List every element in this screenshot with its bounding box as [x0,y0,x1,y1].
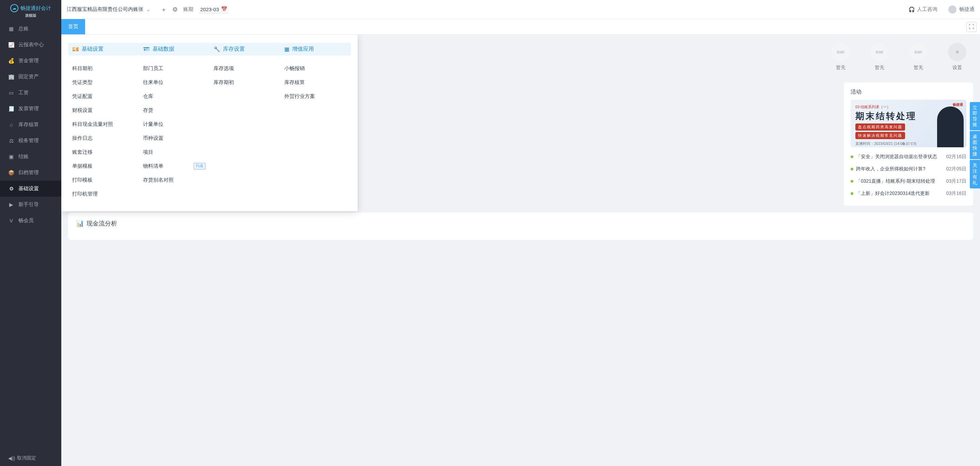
topbar: 江西服宝精品有限责任公司内账张 ⌄ ＋ ⚙ 账期 2023-03 📅 🎧 人工咨… [61,0,980,19]
chart-icon: 📈 [8,42,14,48]
speaker-icon: ◀)) [8,455,15,461]
fullscreen-button[interactable]: ⛶ [966,22,977,32]
mega-item-voucher-config[interactable]: 凭证配置 [68,89,139,103]
banner-presenter-photo [937,106,964,147]
mega-item-foreign-trade[interactable]: 外贸行业方案 [280,89,351,103]
news-item[interactable]: 「安全」关闭浏览器自动退出登录状态02月16日 [851,151,966,163]
activity-banner[interactable]: 畅捷通 03 结账系列课（一） 期末结转处理 盘点税期四类高发问题 快速解决税期… [851,100,966,147]
placeholder-icon: icon [909,43,928,61]
dot-1[interactable] [902,143,905,145]
sidebar-item-invoice[interactable]: 🧾发票管理 [0,101,61,117]
yen-note-icon: 💴 [72,46,79,52]
mega-item-stock-costing[interactable]: 库存核算 [280,76,351,89]
mega-item-tax-settings[interactable]: 财税设置 [68,103,139,117]
news-item[interactable]: 「0321直播」结账系列-期末结转处理03月17日 [851,175,966,187]
period-label: 账期 [183,6,193,13]
quick-item-empty-1[interactable]: icon 暂无 [832,43,850,71]
user-menu[interactable]: 畅捷通 [948,5,975,14]
quick-item-empty-3[interactable]: icon 暂无 [909,43,928,71]
mega-item-cashflow-mapping[interactable]: 科目现金流量对照 [68,117,139,131]
mega-item-printer-manage[interactable]: 打印机管理 [68,187,139,201]
mega-item-voucher-type[interactable]: 凭证类型 [68,76,139,89]
mega-item-account-migrate[interactable]: 账套迁移 [68,145,139,159]
sidebar-item-archive[interactable]: 📦归档管理 [0,165,61,181]
add-button[interactable]: ＋ [161,5,167,14]
dot-2[interactable] [907,143,910,145]
sidebar-item-member[interactable]: V畅会员 [0,212,61,228]
bullet-icon [851,155,853,158]
float-follow-button[interactable]: 关注有礼 [970,160,980,188]
mega-col-value-added: ▦ 增值应用 小畅报销 库存核算 外贸行业方案 [280,43,351,201]
sidebar-item-funds[interactable]: 💰资金管理 [0,53,61,69]
pay-icon: ▭ [8,90,14,96]
org-selector[interactable]: 江西服宝精品有限责任公司内账张 ⌄ [67,6,155,13]
mega-item-goods-alias[interactable]: 存货别名对照 [139,173,210,187]
mega-item-currency[interactable]: 币种设置 [139,131,210,145]
archive-icon: 📦 [8,170,14,176]
brand-name: 畅捷通好会计 [21,5,51,11]
mega-header-inventory-settings: 🔧 库存设置 [209,43,280,55]
sidebar-pin-toggle[interactable]: ◀)) 取消固定 [0,450,61,466]
mega-col-basic-settings: 💴 基础设置 科目期初 凭证类型 凭证配置 财税设置 科目现金流量对照 操作日志… [68,43,139,201]
mega-item-inventory-initial[interactable]: 库存期初 [209,76,280,89]
brand-logo: ☁ 畅捷通好会计 旗舰版 [0,0,61,21]
float-import-button[interactable]: 立即导账 [970,102,980,130]
period-picker[interactable]: 2023-03 📅 [199,5,229,13]
book-icon: ▦ [8,26,14,32]
placeholder-icon: icon [870,43,889,61]
mega-item-units[interactable]: 计量单位 [139,117,210,131]
activity-title: 活动 [851,89,966,95]
sidebar-item-close[interactable]: ▣结账 [0,149,61,165]
mega-item-goods[interactable]: 存货 [139,103,210,117]
sidebar-item-guide[interactable]: ▶新手引导 [0,197,61,212]
carousel-dots[interactable] [851,143,966,145]
expand-icon: ⛶ [969,24,974,30]
quick-item-settings[interactable]: ⚙ 设置 [948,43,966,71]
mega-item-warehouse[interactable]: 仓库 [139,89,210,103]
sidebar-item-tax[interactable]: ⚖税务管理 [0,133,61,149]
cloud-icon: ☁ [10,4,18,12]
mega-item-bom[interactable]: 物料清单列表 [139,159,210,173]
sidebar-item-assets[interactable]: 🏢固定资产 [0,69,61,85]
news-item[interactable]: 跨年收入，企业所得税如何计算?02月05日 [851,163,966,175]
chevron-down-icon: ⌄ [146,6,151,13]
tabbar: 首页 ⛶ [61,19,980,35]
mega-item-contacts[interactable]: 往来单位 [139,76,210,89]
support-button[interactable]: 🎧 人工咨询 [908,6,937,13]
banner-brand: 畅捷通 [953,102,963,107]
org-name: 江西服宝精品有限责任公司内账张 [67,6,143,13]
sidebar-item-payroll[interactable]: ▭工资 [0,85,61,101]
sidebar-item-inventory[interactable]: ⌂库存核算 [0,117,61,133]
mega-item-operation-log[interactable]: 操作日志 [68,131,139,145]
mega-header-basic-data: 🪪 基础数据 [139,43,210,55]
mega-header-basic-settings: 💴 基础设置 [68,43,139,55]
vip-icon: V [8,218,14,224]
activity-panel: 活动 畅捷通 03 结账系列课（一） 期末结转处理 盘点税期四类高发问题 快速解… [844,82,973,206]
bullet-icon [851,168,853,170]
sidebar-nav: ▦总账 📈云报表中心 💰资金管理 🏢固定资产 ▭工资 🧾发票管理 ⌂库存核算 ⚖… [0,21,61,450]
sidebar-item-settings[interactable]: ⚙基础设置 [0,181,61,197]
float-shortcut-button[interactable]: 桌面快捷 [970,131,980,159]
mega-item-employees[interactable]: 部门员工 [139,62,210,76]
mega-item-project[interactable]: 项目 [139,145,210,159]
banner-strip-2: 快速解决税期常见问题 [855,132,905,139]
placeholder-icon: icon [832,43,850,61]
bullet-icon [851,192,853,195]
dot-3[interactable] [912,143,915,145]
mega-item-subject-initial[interactable]: 科目期初 [68,62,139,76]
mega-item-print-template[interactable]: 打印模板 [68,173,139,187]
tag-list: 列表 [194,163,205,170]
tab-home[interactable]: 首页 [61,19,85,34]
sidebar-item-ledger[interactable]: ▦总账 [0,21,61,37]
settings-button[interactable]: ⚙ [172,6,178,13]
apps-icon: ▦ [284,46,290,52]
wallet-icon: 💰 [8,58,14,64]
mega-item-xiaochang-expense[interactable]: 小畅报销 [280,62,351,76]
cashflow-panel: 📊 现金流分析 [68,212,973,240]
mega-item-doc-template[interactable]: 单据模板 [68,159,139,173]
quick-item-empty-2[interactable]: icon 暂无 [870,43,889,71]
sidebar-item-reports[interactable]: 📈云报表中心 [0,37,61,53]
calendar-icon: 📅 [221,6,228,12]
news-item[interactable]: 「上新」好会计20230314迭代更新03月16日 [851,187,966,200]
mega-item-inventory-options[interactable]: 库存选项 [209,62,280,76]
